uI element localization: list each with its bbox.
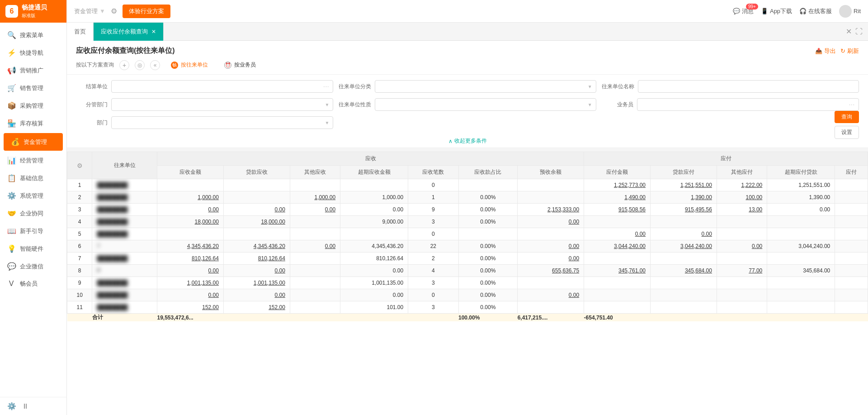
table-cell[interactable] <box>290 277 340 289</box>
table-cell[interactable] <box>290 265 340 277</box>
scheme-by-salesman[interactable]: ⏰ 按业务员 <box>219 59 261 71</box>
table-cell[interactable]: 77.00 <box>717 265 767 277</box>
unit-name-input[interactable] <box>638 80 859 93</box>
sidebar-item-搜索菜单[interactable]: 🔍 搜索菜单 <box>0 26 66 44</box>
tab-close-icon[interactable]: ✕ <box>151 29 156 35</box>
table-cell[interactable] <box>518 179 584 191</box>
table-cell[interactable] <box>290 179 340 191</box>
table-cell[interactable] <box>290 216 340 228</box>
table-cell[interactable]: 18,000.00 <box>223 216 290 228</box>
table-cell[interactable] <box>584 301 651 314</box>
gear-icon[interactable]: ⚙ <box>111 7 117 15</box>
sidebar-item-销售管理[interactable]: 🛒 销售管理 <box>0 79 66 97</box>
sidebar-item-企业微信[interactable]: 💬 企业微信 <box>0 258 66 275</box>
tab-home[interactable]: 首页 <box>67 23 94 41</box>
collapse-sidebar-icon[interactable]: ⏸ <box>22 402 29 410</box>
scheme-by-unit[interactable]: 畅 按往来单位 <box>165 59 213 71</box>
collapse-row[interactable]: ∧ 收起更多条件 <box>67 134 868 148</box>
online-service-button[interactable]: 🎧 在线客服 <box>799 7 832 15</box>
table-cell[interactable]: 1,251,551.00 <box>651 179 717 191</box>
table-cell[interactable]: 18,000.00 <box>157 216 224 228</box>
table-cell[interactable] <box>651 216 717 228</box>
tab-receivables[interactable]: 应收应付余额查询 ✕ <box>94 23 164 41</box>
table-cell[interactable]: 0.00 <box>518 216 584 228</box>
sidebar-item-库存核算[interactable]: 🏪 库存核算 <box>0 114 66 132</box>
table-cell[interactable] <box>290 253 340 265</box>
table-cell[interactable] <box>157 228 224 240</box>
table-cell[interactable]: 1,390.00 <box>651 191 717 204</box>
sidebar-item-采购管理[interactable]: 📦 采购管理 <box>0 97 66 114</box>
table-cell[interactable]: 0.00 <box>717 240 767 253</box>
table-cell[interactable] <box>717 289 767 301</box>
table-cell[interactable] <box>157 179 224 191</box>
table-cell[interactable]: 100.00 <box>717 191 767 204</box>
table-cell[interactable]: 345,684.00 <box>651 265 717 277</box>
settlement-unit-input[interactable]: ··· <box>111 80 333 93</box>
table-cell[interactable]: 0.00 <box>290 240 340 253</box>
table-cell[interactable]: 1,000.00 <box>157 191 224 204</box>
table-cell[interactable]: 3,044,240.00 <box>584 240 651 253</box>
sidebar-item-智能硬件[interactable]: 💡 智能硬件 <box>0 240 66 258</box>
query-button[interactable]: 查询 <box>835 111 859 123</box>
sidebar-item-新手引导[interactable]: 📖 新手引导 <box>0 222 66 240</box>
table-cell[interactable] <box>223 228 290 240</box>
table-cell[interactable]: 3,044,240.00 <box>651 240 717 253</box>
table-cell[interactable] <box>518 277 584 289</box>
table-cell[interactable]: 1,490.00 <box>584 191 651 204</box>
table-cell[interactable] <box>584 253 651 265</box>
table-cell[interactable]: 4,345,436.20 <box>223 240 290 253</box>
table-cell[interactable] <box>651 253 717 265</box>
table-cell[interactable]: 0.00 <box>223 204 290 216</box>
table-cell[interactable]: 0.00 <box>157 289 224 301</box>
table-cell[interactable]: 0.00 <box>223 289 290 301</box>
refresh-button[interactable]: ↻ 刷新 <box>840 47 859 55</box>
unit-category-input[interactable]: ▼ <box>375 80 596 93</box>
sidebar-item-企业协同[interactable]: 🤝 企业协同 <box>0 205 66 222</box>
table-cell[interactable]: 0.00 <box>518 289 584 301</box>
table-cell[interactable] <box>651 289 717 301</box>
app-download-button[interactable]: 📱 App下载 <box>761 7 792 15</box>
sidebar-item-基础信息[interactable]: 📋 基础信息 <box>0 169 66 187</box>
table-cell[interactable] <box>518 301 584 314</box>
table-cell[interactable]: 1,222.00 <box>717 179 767 191</box>
table-cell[interactable]: 0.00 <box>518 253 584 265</box>
table-cell[interactable]: 1,001,135.00 <box>223 277 290 289</box>
table-cell[interactable]: 915,495.56 <box>651 204 717 216</box>
table-cell[interactable]: 0.00 <box>157 204 224 216</box>
sidebar-item-资金管理[interactable]: 💰 资金管理 <box>4 133 63 151</box>
table-cell[interactable] <box>717 301 767 314</box>
table-cell[interactable]: 1,252,773.00 <box>584 179 651 191</box>
sidebar-item-系统管理[interactable]: ⚙️ 系统管理 <box>0 187 66 205</box>
user-profile[interactable]: Rit <box>839 5 861 18</box>
sidebar-item-畅会员[interactable]: V 畅会员 <box>0 275 66 292</box>
close-tab-icon[interactable]: ✕ <box>846 27 852 36</box>
messages-button[interactable]: 💬 消息 99+ <box>733 7 754 15</box>
table-cell[interactable] <box>651 301 717 314</box>
table-cell[interactable] <box>717 253 767 265</box>
table-cell[interactable] <box>290 228 340 240</box>
salesman-input[interactable]: ··· <box>637 98 859 111</box>
cta-button[interactable]: 体验行业方案 <box>123 5 170 18</box>
export-button[interactable]: 📤 导出 <box>815 47 836 55</box>
table-cell[interactable] <box>717 228 767 240</box>
table-cell[interactable] <box>223 179 290 191</box>
table-cell[interactable]: 0.00 <box>157 265 224 277</box>
table-cell[interactable]: 0.00 <box>651 228 717 240</box>
sidebar-item-营销推广[interactable]: 📢 营销推广 <box>0 62 66 79</box>
table-cell[interactable] <box>290 301 340 314</box>
table-cell[interactable] <box>518 228 584 240</box>
table-cell[interactable]: 0.00 <box>518 240 584 253</box>
table-cell[interactable]: 810,126.64 <box>157 253 224 265</box>
table-cell[interactable] <box>717 277 767 289</box>
settings-bottom-icon[interactable]: ⚙️ <box>7 402 16 410</box>
add-scheme-btn[interactable]: + <box>119 60 129 70</box>
table-cell[interactable] <box>223 191 290 204</box>
table-cell[interactable]: 345,761.00 <box>584 265 651 277</box>
th-settings[interactable]: ⚙ <box>67 152 92 179</box>
sidebar-item-经营管理[interactable]: 📊 经营管理 <box>0 152 66 169</box>
fullscreen-icon[interactable]: ⛶ <box>855 28 863 36</box>
table-cell[interactable] <box>584 277 651 289</box>
table-cell[interactable]: 915,508.56 <box>584 204 651 216</box>
table-cell[interactable]: 1,001,135.00 <box>157 277 224 289</box>
table-cell[interactable] <box>518 191 584 204</box>
